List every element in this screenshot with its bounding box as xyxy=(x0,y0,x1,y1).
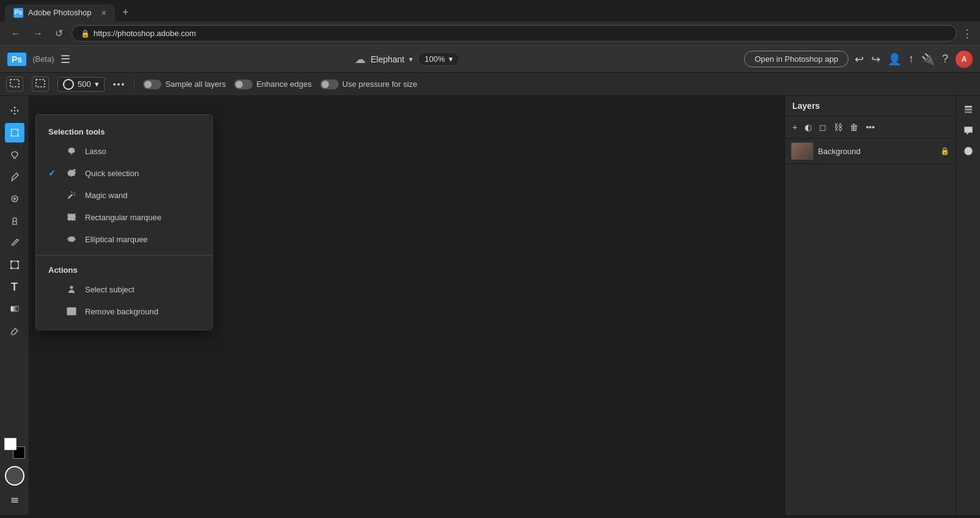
selection-tool-btn[interactable] xyxy=(5,123,24,142)
more-layers-btn[interactable]: ••• xyxy=(863,120,877,135)
stamp-tool-btn[interactable] xyxy=(5,211,24,231)
lasso-menu-item[interactable]: Lasso xyxy=(36,140,212,162)
brush-size-control[interactable]: 500 ▾ xyxy=(57,77,105,92)
more-options-btn[interactable]: ••• xyxy=(113,80,126,89)
gradient-tool-btn[interactable] xyxy=(5,299,24,319)
svg-point-10 xyxy=(74,169,75,171)
quick-selection-menu-item[interactable]: ✓ Quick selection xyxy=(36,162,212,184)
stamp-icon xyxy=(10,216,20,226)
comments-sidebar-btn[interactable] xyxy=(960,122,977,139)
plugin-btn[interactable]: 🔌 xyxy=(921,53,935,66)
rectangular-marquee-menu-icon xyxy=(65,211,78,223)
layers-sidebar-btn[interactable] xyxy=(960,101,977,118)
ps-topbar-actions: ↩ ↪ 👤 ↑ 🔌 ? A xyxy=(855,51,973,68)
marquee-rect-icon xyxy=(10,78,20,88)
options-tool-icon2[interactable] xyxy=(32,76,49,92)
enhance-edges-label: Enhance edges xyxy=(256,80,311,89)
zoom-control[interactable]: 100% ▾ xyxy=(418,52,459,66)
use-pressure-toggle-input[interactable] xyxy=(320,80,339,89)
sample-all-layers-toggle-input[interactable] xyxy=(143,80,161,89)
healing-tool-btn[interactable] xyxy=(5,189,24,209)
workspace: T xyxy=(0,96,980,515)
lasso-tool-btn[interactable] xyxy=(5,145,24,165)
elliptical-marquee-label: Elliptical marquee xyxy=(85,235,148,244)
browser-chrome: Ps Adobe Photoshop × + ← → ↺ 🔒 https://p… xyxy=(0,0,980,46)
tab-close-btn[interactable]: × xyxy=(101,8,106,18)
eraser-tool-btn[interactable] xyxy=(5,321,24,341)
layers-sidebar-icon xyxy=(963,105,973,114)
active-tab[interactable]: Ps Adobe Photoshop × xyxy=(5,4,115,21)
use-pressure-toggle[interactable]: Use pressure for size xyxy=(320,80,418,89)
arrange-tool-btn[interactable] xyxy=(5,490,24,510)
lasso-label: Lasso xyxy=(85,147,106,156)
info-sidebar-btn[interactable] xyxy=(960,142,977,160)
svg-rect-19 xyxy=(965,109,972,111)
svg-rect-20 xyxy=(965,111,972,113)
selection-tools-panel: Selection tools Lasso ✓ Quick sele xyxy=(35,114,213,330)
move-tool-btn[interactable] xyxy=(5,101,24,120)
canvas-container: Selection tools Lasso ✓ Quick sele xyxy=(29,96,784,515)
link-layer-btn[interactable]: ⛓ xyxy=(831,120,845,135)
enhance-edges-toggle-input[interactable] xyxy=(234,80,252,89)
svg-rect-6 xyxy=(10,261,12,262)
remove-background-menu-item[interactable]: Remove background xyxy=(36,300,212,322)
open-in-photoshop-btn[interactable]: Open in Photoshop app xyxy=(744,51,849,67)
share-btn[interactable]: ↑ xyxy=(908,53,914,65)
svg-rect-1 xyxy=(36,80,45,87)
reload-btn[interactable]: ↺ xyxy=(51,25,67,42)
rect-marquee-svg-icon xyxy=(67,212,76,222)
delete-layer-btn[interactable]: 🗑 xyxy=(847,120,861,135)
url-bar[interactable]: 🔒 https://photoshop.adobe.com xyxy=(72,25,957,42)
rectangular-marquee-menu-item[interactable]: Rectangular marquee xyxy=(36,206,212,228)
magic-wand-menu-item[interactable]: Magic wand xyxy=(36,184,212,206)
select-subject-svg-icon xyxy=(67,284,76,294)
new-tab-btn[interactable]: + xyxy=(117,4,134,21)
browser-menu-btn[interactable]: ⋮ xyxy=(962,27,973,40)
pen-tool-btn[interactable] xyxy=(5,233,24,253)
arrange-icon xyxy=(10,495,20,505)
brush-size-value: 500 xyxy=(78,80,91,89)
brush-tool-btn[interactable] xyxy=(5,167,24,187)
zoom-dropdown-icon: ▾ xyxy=(449,54,453,64)
sample-all-layers-toggle[interactable]: Sample all layers xyxy=(143,80,226,89)
quick-selection-check: ✓ xyxy=(48,168,58,178)
layer-name: Background xyxy=(818,147,935,156)
avatar[interactable]: A xyxy=(956,51,973,68)
back-btn[interactable]: ← xyxy=(7,26,24,42)
svg-rect-7 xyxy=(17,261,19,262)
layer-thumbnail xyxy=(791,142,813,160)
svg-rect-18 xyxy=(965,106,972,108)
elliptical-marquee-menu-item[interactable]: Elliptical marquee xyxy=(36,228,212,250)
selection-tools-title: Selection tools xyxy=(36,122,212,140)
info-icon xyxy=(963,146,973,156)
options-tool-icon1[interactable] xyxy=(6,76,23,92)
layers-panel-title: Layers xyxy=(792,101,948,111)
foreground-color-swatch[interactable] xyxy=(4,438,17,450)
color-swatches xyxy=(4,438,25,459)
help-btn[interactable]: ? xyxy=(942,53,948,65)
ps-topbar: Ps (Beta) ☰ ☁ Elephant ▾ 100% ▾ Open in … xyxy=(0,46,980,73)
layers-panel: Layers + ◐ ◻ ⛓ 🗑 ••• Background 🔒 xyxy=(784,96,956,515)
ps-menu-btn[interactable]: ☰ xyxy=(61,53,70,66)
quick-selection-label: Quick selection xyxy=(85,169,139,178)
forward-btn[interactable]: → xyxy=(29,26,46,42)
filename-dropdown-btn[interactable]: ▾ xyxy=(409,55,413,64)
transform-tool-btn[interactable] xyxy=(5,255,24,275)
panel-divider xyxy=(36,255,212,256)
undo-btn[interactable]: ↩ xyxy=(855,53,864,66)
remove-bg-svg-icon xyxy=(67,306,76,316)
text-tool-btn[interactable]: T xyxy=(5,277,24,297)
add-layer-btn[interactable]: + xyxy=(790,120,800,135)
svg-point-15 xyxy=(68,237,75,242)
adjustment-layer-btn[interactable]: ◐ xyxy=(802,120,814,135)
account-btn[interactable]: 👤 xyxy=(888,53,901,66)
select-subject-icon xyxy=(65,283,78,295)
select-subject-menu-item[interactable]: Select subject xyxy=(36,278,212,300)
redo-btn[interactable]: ↪ xyxy=(871,53,880,66)
move-icon xyxy=(10,106,20,116)
ps-filename: Elephant xyxy=(370,54,404,64)
healing-icon xyxy=(10,194,20,204)
mask-layer-btn[interactable]: ◻ xyxy=(817,120,829,135)
layer-background-item[interactable]: Background 🔒 xyxy=(785,139,956,164)
enhance-edges-toggle[interactable]: Enhance edges xyxy=(234,80,311,89)
